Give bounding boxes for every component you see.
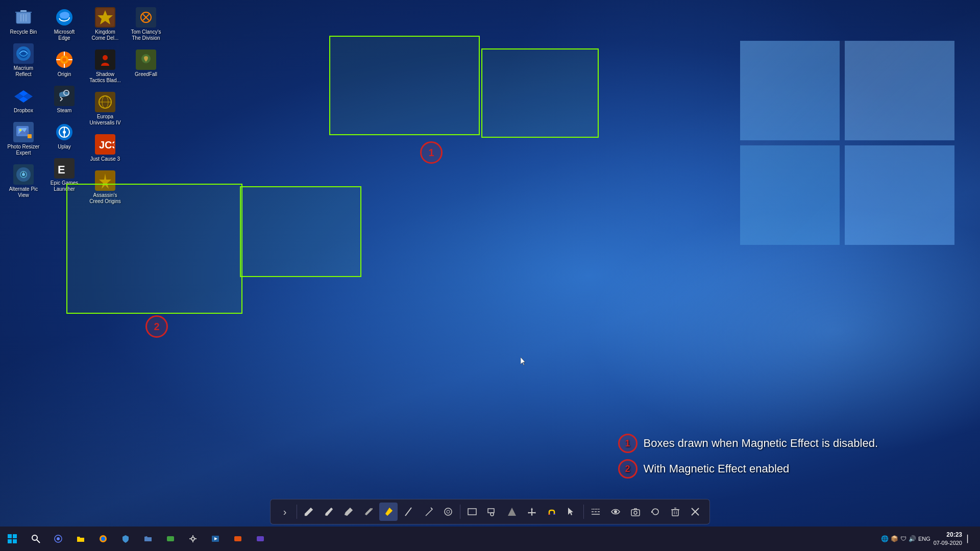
toolbar-expand-btn[interactable]: ›	[276, 503, 294, 521]
toolbar-lines-btn[interactable]	[586, 503, 605, 521]
svg-rect-63	[488, 509, 494, 513]
taskbar-clock[interactable]: 20:23 07-09-2020	[934, 531, 962, 546]
desktop-icon-photo-resizer[interactable]: Photo Resizer Expert	[5, 120, 42, 158]
taskbar-show-desktop[interactable]: ▏	[965, 535, 975, 543]
svg-point-70	[614, 510, 617, 513]
desktop-icon-shadow-tactics[interactable]: Shadow Tactics Blad...	[87, 47, 124, 86]
just-cause-icon: JC3	[95, 134, 115, 155]
taskbar-search[interactable]	[26, 529, 46, 549]
svg-point-12	[19, 49, 28, 58]
svg-text:E: E	[58, 163, 65, 176]
taskbar-file-explorer[interactable]	[70, 529, 91, 549]
toolbar-fill-btn[interactable]	[503, 503, 521, 521]
toolbar-separator-3	[583, 505, 584, 519]
dropbox-icon	[13, 86, 34, 106]
epic-icon: E	[54, 158, 75, 179]
assassins-icon	[95, 170, 115, 191]
shadow-tactics-icon	[95, 49, 115, 70]
desktop-icon-origin[interactable]: Origin	[46, 47, 83, 80]
photo-resizer-label: Photo Resizer Expert	[7, 144, 40, 156]
toolbar-pen3-btn[interactable]	[339, 503, 358, 521]
toolbar-pen1-btn[interactable]	[300, 503, 318, 521]
toolbar-pen5-btn[interactable]	[399, 503, 418, 521]
desktop-icon-alternate-pic[interactable]: Alternate Pic View	[5, 162, 42, 201]
toolbar-undo-btn[interactable]	[646, 503, 665, 521]
desktop: Recycle Bin Macrium Reflect	[0, 0, 980, 551]
svg-text:JC3: JC3	[99, 139, 114, 151]
desktop-icon-edge[interactable]: Microsoft Edge	[46, 5, 83, 43]
desktop-icon-epic[interactable]: E Epic Games Launcher	[46, 156, 83, 194]
circle-1-label: 1	[428, 147, 434, 159]
svg-rect-71	[631, 510, 640, 516]
greedfall-icon	[136, 49, 156, 70]
desktop-icon-steam[interactable]: Steam	[46, 84, 83, 116]
ann-circle-1: 1	[618, 434, 638, 453]
toolbar-shape-options-btn[interactable]	[483, 503, 501, 521]
svg-point-62	[491, 513, 494, 516]
kingdom-come-label: Kingdom Come Del...	[89, 29, 121, 41]
taskbar-app-folder[interactable]	[138, 529, 158, 549]
taskbar-app-media[interactable]	[205, 529, 226, 549]
toolbar-pen4-btn[interactable]	[359, 503, 378, 521]
ann-text-2: With Magnetic Effect enabled	[644, 462, 790, 475]
svg-rect-95	[234, 536, 241, 541]
taskbar-app-shield[interactable]	[115, 529, 136, 549]
origin-label: Origin	[58, 71, 71, 78]
desktop-icon-macrium[interactable]: Macrium Reflect	[5, 41, 42, 80]
toolbar-move-btn[interactable]	[523, 503, 541, 521]
just-cause-label: Just Cause 3	[90, 156, 120, 162]
annotation-circle-2: 2	[145, 315, 168, 338]
svg-point-85	[32, 535, 37, 540]
desktop-icon-kingdom-come[interactable]: Kingdom Come Del...	[87, 5, 124, 43]
desktop-icon-uplay[interactable]: Uplay	[46, 120, 83, 152]
windows-logo	[740, 41, 954, 337]
taskbar-lang[interactable]: ENG	[918, 536, 930, 542]
desktop-icon-greedfall[interactable]: GreedFall	[128, 47, 164, 80]
svg-point-43	[103, 55, 108, 60]
taskbar-app-settings[interactable]	[183, 529, 203, 549]
taskbar-firefox[interactable]	[93, 529, 113, 549]
desktop-icon-dropbox[interactable]: Dropbox	[5, 84, 42, 116]
kingdom-come-icon	[95, 7, 115, 28]
svg-rect-56	[370, 508, 373, 510]
toolbar-select-btn[interactable]	[562, 503, 581, 521]
taskbar-app-purple[interactable]	[250, 529, 271, 549]
desktop-icon-just-cause[interactable]: JC3 Just Cause 3	[87, 132, 124, 164]
origin-icon	[54, 49, 75, 70]
edge-label: Microsoft Edge	[48, 29, 81, 41]
toolbar-eye-btn[interactable]	[606, 503, 625, 521]
taskbar-volume-icon[interactable]: 🔊	[909, 535, 916, 542]
ann-circle-2-label: 2	[625, 464, 630, 474]
toolbar-magnetic-btn[interactable]	[543, 503, 561, 521]
desktop-icon-division[interactable]: Tom Clancy's The Division	[128, 5, 164, 43]
division-icon	[136, 7, 156, 28]
toolbar-pen2-btn[interactable]	[320, 503, 338, 521]
recycle-bin-icon	[13, 7, 34, 28]
annotation-row-2: 2 With Magnetic Effect enabled	[618, 459, 878, 479]
desktop-icon-europa[interactable]: Europa Universalis IV	[87, 90, 124, 128]
photo-resizer-icon	[13, 122, 34, 142]
toolbar-close-btn[interactable]	[686, 503, 704, 521]
taskbar-dropbox-icon[interactable]: 📦	[891, 535, 898, 542]
svg-point-60	[447, 510, 450, 513]
taskbar-cortana[interactable]	[48, 529, 68, 549]
taskbar-network-icon[interactable]: 🌐	[881, 535, 889, 542]
toolbar-eraser-btn[interactable]	[439, 503, 457, 521]
toolbar-pen6-btn[interactable]	[419, 503, 437, 521]
steam-label: Steam	[57, 108, 72, 114]
taskbar-start-btn[interactable]	[0, 527, 24, 551]
toolbar-delete-btn[interactable]	[666, 503, 684, 521]
taskbar-shield-icon[interactable]: 🛡	[900, 535, 906, 542]
svg-rect-61	[468, 509, 476, 515]
taskbar-apps	[24, 527, 272, 551]
toolbar-highlighter-btn[interactable]	[379, 503, 398, 521]
taskbar-app-orange[interactable]	[228, 529, 248, 549]
desktop-icon-recycle-bin[interactable]: Recycle Bin	[5, 5, 42, 37]
taskbar-app-green[interactable]	[160, 529, 181, 549]
toolbar-rect-btn[interactable]	[463, 503, 481, 521]
assassins-label: Assassin's Creed Origins	[89, 192, 121, 205]
epic-label: Epic Games Launcher	[48, 180, 81, 192]
europa-icon	[95, 92, 115, 112]
desktop-icon-assassins[interactable]: Assassin's Creed Origins	[87, 168, 124, 207]
toolbar-camera-btn[interactable]	[626, 503, 645, 521]
